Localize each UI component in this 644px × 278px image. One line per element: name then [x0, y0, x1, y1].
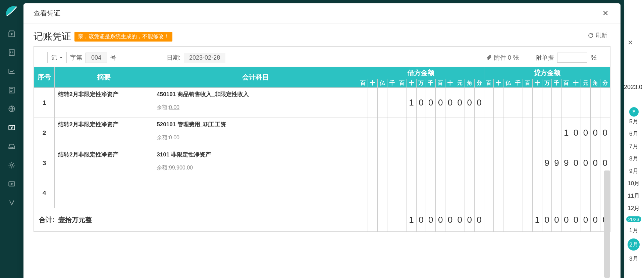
- digit-cell: [494, 88, 503, 118]
- month-10[interactable]: 10月: [626, 179, 641, 188]
- scroll-top-button[interactable]: [629, 107, 639, 117]
- digit-cell: [465, 148, 474, 178]
- month-6[interactable]: 6月: [628, 130, 639, 138]
- digit-cell: [532, 118, 542, 148]
- nav-item-v[interactable]: [5, 198, 18, 208]
- year-badge[interactable]: 2023: [626, 216, 641, 222]
- unit-百: 百: [561, 79, 571, 88]
- digit-cell: 0: [465, 208, 474, 232]
- digit-cell: [484, 118, 494, 148]
- nav-item-money[interactable]: [5, 29, 18, 39]
- digit-cell: [426, 118, 436, 148]
- row-index: 3: [34, 148, 55, 178]
- month-1[interactable]: 1月: [628, 226, 639, 234]
- unit-千: 千: [426, 79, 436, 88]
- voucher-number[interactable]: 004: [86, 53, 107, 63]
- attachment-count[interactable]: 附件 0 张: [486, 54, 519, 62]
- digit-cell: [455, 148, 465, 178]
- digit-cell: [407, 118, 416, 148]
- digit-cell: 0: [571, 148, 581, 178]
- digit-cell: [378, 208, 387, 232]
- digit-cell: 0: [426, 208, 436, 232]
- nav-item-building[interactable]: [5, 48, 18, 58]
- scrollbar[interactable]: [604, 170, 610, 278]
- digit-cell: 0: [571, 118, 581, 148]
- voucher-date[interactable]: 2023-02-28: [184, 53, 225, 63]
- unit-万: 万: [542, 79, 552, 88]
- modal-close-icon[interactable]: ✕: [600, 7, 610, 20]
- row-account[interactable]: [153, 178, 358, 208]
- digit-cell: [436, 148, 445, 178]
- col-summary: 摘要: [55, 67, 153, 88]
- panel-close-icon[interactable]: ✕: [628, 39, 633, 47]
- voucher-type-select[interactable]: 记: [47, 52, 67, 63]
- digit-cell: [494, 148, 503, 178]
- attach-doc-input[interactable]: [557, 53, 587, 63]
- digit-cell: 1: [561, 118, 571, 148]
- month-11[interactable]: 11月: [626, 192, 641, 200]
- nav-item-globe[interactable]: [5, 104, 18, 114]
- row-summary[interactable]: 结转2月非限定性净资产: [55, 118, 153, 148]
- row-account[interactable]: 3101 非限定性净资产余额:99,900.00: [153, 148, 358, 178]
- nav-item-settings[interactable]: [5, 160, 18, 170]
- month-3[interactable]: 3月: [628, 255, 639, 263]
- svg-point-4: [11, 164, 13, 166]
- digit-cell: 1: [407, 88, 416, 118]
- digit-cell: [513, 178, 523, 208]
- digit-cell: [387, 178, 397, 208]
- voucher-panel: 记 字第 004 号 日期: 2023-02-28 附件 0 张 附单据 张: [34, 46, 610, 232]
- voucher-meta-row: 记 字第 004 号 日期: 2023-02-28 附件 0 张 附单据 张: [47, 52, 597, 63]
- unit-十: 十: [571, 79, 581, 88]
- nav-item-inbox[interactable]: [5, 141, 18, 151]
- unit-亿: 亿: [378, 79, 387, 88]
- digit-cell: 0: [581, 118, 590, 148]
- digit-cell: [532, 88, 542, 118]
- digit-cell: [523, 148, 532, 178]
- unit-百: 百: [397, 79, 407, 88]
- digit-cell: 0: [436, 88, 445, 118]
- unit-角: 角: [465, 79, 474, 88]
- digit-cell: [494, 178, 503, 208]
- paperclip-icon: [486, 55, 492, 61]
- digit-cell: [387, 208, 397, 232]
- digit-cell: [474, 178, 484, 208]
- digit-cell: 0: [561, 208, 571, 232]
- unit-千: 千: [387, 79, 397, 88]
- nav-item-chart[interactable]: [5, 66, 18, 76]
- refresh-button[interactable]: 刷新: [588, 31, 607, 39]
- row-summary[interactable]: [55, 178, 153, 208]
- month-7[interactable]: 7月: [628, 142, 639, 150]
- digit-cell: 0: [416, 208, 426, 232]
- digit-cell: [542, 88, 552, 118]
- nav-item-video[interactable]: [5, 179, 18, 189]
- date-label: 日期:: [167, 54, 180, 62]
- system-generated-warning: 亲，该凭证是系统生成的，不能修改！: [74, 32, 172, 42]
- month-2-active[interactable]: 2月: [628, 238, 640, 251]
- digit-cell: [416, 118, 426, 148]
- month-12[interactable]: 12月: [626, 204, 641, 212]
- digit-cell: [397, 178, 407, 208]
- nav-item-receipt[interactable]: [5, 85, 18, 95]
- digit-cell: [397, 148, 407, 178]
- digit-cell: [368, 178, 378, 208]
- digit-cell: 0: [455, 208, 465, 232]
- digit-cell: [358, 148, 368, 178]
- digit-cell: [581, 178, 590, 208]
- digit-cell: [445, 148, 455, 178]
- row-summary[interactable]: 结转2月非限定性净资产: [55, 148, 153, 178]
- nav-item-voucher[interactable]: [5, 123, 18, 133]
- digit-cell: 0: [455, 88, 465, 118]
- row-account[interactable]: 520101 管理费用_职工工资余额:0.00: [153, 118, 358, 148]
- row-account[interactable]: 450101 商品销售收入_非限定性收入余额:0.00: [153, 88, 358, 118]
- modal-title: 查看凭证: [34, 9, 60, 18]
- month-9[interactable]: 9月: [628, 167, 639, 175]
- month-5[interactable]: 5月: [628, 117, 639, 126]
- digit-cell: [571, 88, 581, 118]
- voucher-modal: 查看凭证 ✕ 记账凭证 亲，该凭证是系统生成的，不能修改！ 刷新 记 字第 00…: [23, 3, 621, 278]
- month-8[interactable]: 8月: [628, 154, 639, 163]
- digit-cell: [513, 208, 523, 232]
- digit-cell: 0: [426, 88, 436, 118]
- digit-cell: 0: [590, 208, 600, 232]
- row-summary[interactable]: 结转2月非限定性净资产: [55, 88, 153, 118]
- digit-cell: [445, 178, 455, 208]
